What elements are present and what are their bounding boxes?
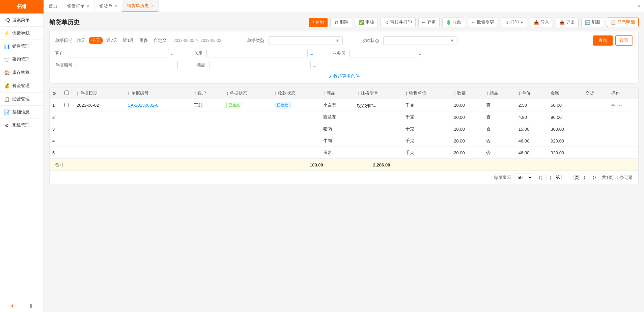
tab-sales-order-close[interactable]: ✕ [87, 4, 89, 8]
page-label-before: 第 [556, 175, 560, 181]
collect-status-dropdown-icon: ▼ [450, 38, 454, 43]
first-page-button[interactable]: ⟨⟨ [536, 174, 545, 181]
th-settings[interactable]: ⚙ [50, 87, 62, 99]
customer-input[interactable] [68, 49, 169, 57]
doc-no-input[interactable] [77, 61, 178, 69]
cell-doc-date [74, 147, 125, 159]
shortcut-1month[interactable]: 近1月 [121, 37, 136, 44]
export-button[interactable]: 📤 导出 [556, 18, 579, 27]
more-icon[interactable]: ⋯ [617, 103, 622, 108]
show-detail-icon: 📋 [611, 20, 616, 25]
prev-page-button[interactable]: ⟨ [547, 174, 554, 181]
shortcut-today[interactable]: 今天 [89, 37, 103, 44]
th-spec[interactable]: ↕ 规格型号 [354, 87, 402, 99]
sidebar-bottom-icon1[interactable]: ☀ [10, 303, 15, 309]
sidebar-item-finance-mgmt[interactable]: 💰 资金管理 [0, 79, 44, 93]
th-checkbox [62, 87, 74, 99]
th-qty[interactable]: ↕ 数量 [451, 87, 483, 99]
th-price[interactable]: ↕ 单价 [516, 87, 548, 99]
shortcut-custom[interactable]: 自定义 [151, 37, 169, 44]
edit-icon[interactable]: ✏ [611, 103, 615, 108]
batch-change-button[interactable]: ✏ 批量变更 [468, 18, 498, 27]
tab-sales-history[interactable]: 销货单历史 ✕ [122, 0, 159, 12]
tab-sales-history-close[interactable]: ✕ [151, 4, 153, 7]
goods-ellipsis[interactable]: ... [313, 62, 316, 68]
page-header: 销货单历史 + 新增 🗑 删除 ✅ 审核 🖨 审核并打印 ↩ 弃审 [49, 18, 639, 27]
abandon-button[interactable]: ↩ 弃审 [418, 18, 440, 27]
cell-doc-no: SA-20230602-0 [125, 99, 191, 111]
filter-section: 单据日期 昨天 今天 近7天 近1月 更多 自定义 2023-06-02 至 2… [49, 31, 639, 84]
th-goods[interactable]: ↕ 商品 [320, 87, 355, 99]
collect-button[interactable]: 💲 收款 [442, 18, 465, 27]
collapse-button[interactable]: ∧ 收起更多条件 [55, 72, 633, 81]
print-button[interactable]: 🖨 打印 ▼ [501, 18, 527, 27]
row-checkbox[interactable] [64, 103, 69, 107]
goods-input[interactable] [209, 61, 311, 69]
salesperson-ellipsis[interactable]: ... [419, 51, 423, 56]
tab-bar-close-all[interactable]: ✕ [637, 3, 644, 8]
collect-status-select[interactable]: ▼ [383, 36, 457, 45]
sidebar-item-system-mgmt[interactable]: ⚙ 系统管理 [0, 119, 44, 132]
customer-label: 客户 [55, 50, 64, 56]
doc-no-link[interactable]: SA-20230602-0 [128, 103, 158, 108]
import-button[interactable]: 📥 导入 [530, 18, 553, 27]
th-gift[interactable]: ↕ 赠品 [483, 87, 516, 99]
page-label: 页 [575, 175, 579, 181]
sidebar-item-search-menu[interactable]: ≡Q 搜索菜单 [0, 14, 44, 27]
audit-print-icon: 🖨 [384, 20, 389, 25]
doc-type-select[interactable]: ▼ [269, 36, 343, 45]
delete-button[interactable]: 🗑 删除 [330, 18, 352, 27]
doc-no-label: 单据编号 [55, 62, 73, 68]
warehouse-input[interactable] [206, 49, 308, 57]
refresh-button[interactable]: 🔄 刷新 [581, 18, 604, 27]
cell-unit: 千克 [403, 123, 451, 135]
system-mgmt-icon: ⚙ [4, 123, 9, 128]
th-doc-date-label: ↕ 单据日期 [77, 90, 97, 96]
th-action: 操作 [609, 87, 638, 99]
cell-collect-status [272, 123, 320, 135]
next-page-button[interactable]: ⟩ [581, 174, 588, 181]
shortcut-more[interactable]: 更多 [137, 37, 150, 44]
th-unit[interactable]: ↕ 销售单位 [403, 87, 451, 99]
th-collect-status[interactable]: ↕ 收款状态 [272, 87, 320, 99]
print-icon: 🖨 [504, 20, 509, 25]
th-doc-no[interactable]: ↕ 单据编号 [125, 87, 191, 99]
sidebar-item-inventory[interactable]: 🏠 库存核算 [0, 66, 44, 79]
show-detail-button[interactable]: 📋 显示明细 [607, 18, 639, 27]
warehouse-ellipsis[interactable]: ... [310, 51, 313, 56]
table-settings-icon[interactable]: ⚙ [52, 91, 56, 96]
search-menu-icon: ≡Q [4, 17, 9, 23]
tab-sales-goods[interactable]: 销货单 ✕ [94, 0, 122, 12]
query-button[interactable]: 查询 [593, 35, 613, 46]
cell-trade [583, 111, 609, 123]
last-page-button[interactable]: ⟩⟩ [590, 174, 599, 181]
audit-button[interactable]: ✅ 审核 [355, 18, 378, 27]
shortcut-7days[interactable]: 近7天 [104, 37, 119, 44]
tab-home[interactable]: 首页 [44, 0, 62, 12]
cell-price: 2.50 [516, 99, 548, 111]
th-customer[interactable]: ↕ 客户 [191, 87, 224, 99]
th-doc-status[interactable]: ↕ 单据状态 [224, 87, 272, 99]
page-size-select[interactable]: 50 100 200 [514, 174, 533, 181]
tab-sales-order[interactable]: 销售订单 ✕ [62, 0, 94, 12]
sidebar-item-operations-mgmt[interactable]: 📋 经营管理 [0, 93, 44, 106]
th-doc-date[interactable]: ↕ 单据日期 [74, 87, 125, 99]
page-number-input[interactable]: 1 [561, 174, 573, 181]
sidebar-bottom-icon2[interactable]: ⏸ [28, 303, 34, 309]
audit-print-button[interactable]: 🖨 审核并打印 [381, 18, 416, 27]
customer-ellipsis[interactable]: ... [171, 51, 175, 56]
sidebar-item-quick-nav[interactable]: ⚡ 快捷导航 [0, 27, 44, 40]
salesperson-input[interactable] [349, 49, 417, 57]
new-button[interactable]: + 新增 [309, 18, 328, 27]
table-footer: 合计： 100.00 2,286.00 [50, 159, 638, 171]
sidebar-item-basic-info[interactable]: 📝 基础信息 [0, 106, 44, 119]
tab-bar: 首页 销售订单 ✕ 销货单 ✕ 销货单历史 ✕ ✕ [44, 0, 644, 12]
tab-sales-goods-close[interactable]: ✕ [114, 4, 117, 8]
sidebar-item-purchase-mgmt[interactable]: 🛒 采购管理 [0, 53, 44, 66]
set-button[interactable]: 设置 [615, 35, 633, 46]
cell-action [609, 147, 638, 159]
sidebar-item-sales-mgmt[interactable]: 📊 销售管理 [0, 40, 44, 53]
select-all-checkbox[interactable] [64, 90, 69, 95]
sidebar-item-label: 经营管理 [12, 96, 30, 102]
shortcut-yesterday[interactable]: 昨天 [75, 37, 87, 44]
